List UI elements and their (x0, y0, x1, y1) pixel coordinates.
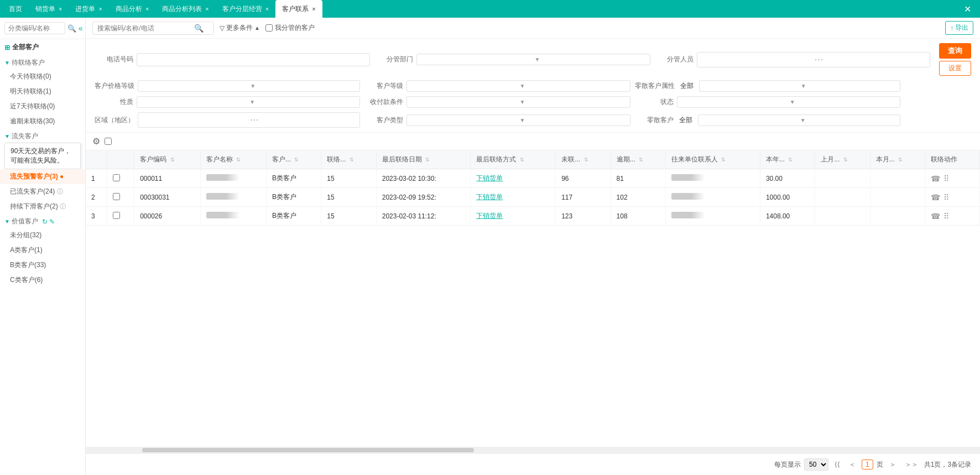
my-customer-checkbox[interactable] (265, 24, 273, 32)
tab-home[interactable]: 首页 (2, 0, 29, 18)
sidebar-item-c-class[interactable]: C类客户(6) (0, 273, 85, 288)
settings-button[interactable]: 设置 (939, 61, 971, 76)
tab-purchase[interactable]: 进货单 × (69, 0, 108, 18)
first-page-button[interactable]: ⟨⟨ (832, 460, 843, 469)
sidebar-item-loss-warning[interactable]: 流失预警客户(3) ● (0, 169, 85, 184)
sort-icon[interactable]: ⇅ (350, 157, 354, 163)
cell-checkbox[interactable] (107, 188, 134, 207)
sort-icon[interactable]: ⇅ (294, 157, 299, 163)
row-checkbox[interactable] (113, 174, 120, 181)
tab-product-analysis[interactable]: 商品分析 × (109, 0, 155, 18)
close-icon[interactable]: × (59, 6, 62, 12)
more-action-icon[interactable]: ⠿ (943, 174, 949, 183)
cell-index: 3 (86, 207, 107, 226)
sidebar-search-icon[interactable]: 🔍 (67, 24, 76, 33)
filter-select-price-grade[interactable]: ▼ (138, 80, 360, 92)
filter-select-dept[interactable]: ▼ (416, 54, 650, 65)
sidebar-item-tomorrow[interactable]: 明天待联络(1) (0, 84, 85, 99)
per-page-select[interactable]: 50 (804, 458, 828, 471)
window-close-button[interactable]: ✕ (955, 4, 980, 14)
my-customer-checkbox-area[interactable]: 我分管的客户 (265, 23, 315, 33)
cell-checkbox[interactable] (107, 207, 134, 226)
cell-index: 1 (86, 169, 107, 188)
sidebar-item-today[interactable]: 今天待联络(0) (0, 69, 85, 84)
sort-icon[interactable]: ⇅ (236, 157, 241, 163)
filter-input-phone[interactable] (137, 53, 370, 66)
cell-action: ☎ ⠿ (925, 207, 980, 226)
sort-icon[interactable]: ⇅ (425, 157, 430, 163)
close-icon[interactable]: × (98, 6, 102, 12)
search-icon[interactable]: 🔍 (194, 24, 204, 33)
gear-button[interactable]: ⚙ (92, 136, 100, 147)
cell-last-contact-method[interactable]: 下销货单 (471, 169, 556, 188)
sort-icon[interactable]: ⇅ (639, 157, 643, 163)
contact-action-icon[interactable]: ☎ (931, 193, 940, 202)
sidebar-collapse-button[interactable]: « (79, 24, 83, 33)
close-icon[interactable]: × (265, 6, 269, 12)
sort-icon[interactable]: ⇅ (721, 157, 726, 163)
sort-icon[interactable]: ⇅ (843, 157, 848, 163)
refresh-icon[interactable]: ↻ (42, 218, 48, 226)
sidebar-item-ungroup[interactable]: 未分组(32) (0, 228, 85, 243)
sidebar-section-lost[interactable]: ▼ 流失客户 (0, 129, 85, 143)
sidebar-section-pending[interactable]: ▼ 待联络客户 (0, 55, 85, 69)
sort-icon[interactable]: ⇅ (584, 157, 588, 163)
sidebar-item-lost[interactable]: 已流失客户(24) ⓘ (0, 184, 85, 199)
contact-action-icon[interactable]: ☎ (931, 212, 940, 221)
sidebar-search-input[interactable] (4, 22, 65, 34)
filter-select-grade[interactable]: ▼ (406, 80, 630, 92)
prev-page-button[interactable]: ＜ (846, 459, 858, 471)
scrollbar-thumb[interactable] (142, 448, 474, 452)
cell-last-contact-method[interactable]: 下销货单 (471, 207, 556, 226)
tab-sales[interactable]: 销货单 × (29, 0, 69, 18)
contact-method-link[interactable]: 下销货单 (476, 174, 503, 182)
sidebar-all-customers[interactable]: ⊞ 全部客户 (0, 39, 85, 55)
sidebar-item-b-class[interactable]: B类客户(33) (0, 258, 85, 273)
sidebar-item-7days[interactable]: 近7天待联络(0) (0, 99, 85, 114)
cell-checkbox[interactable] (107, 169, 134, 188)
sidebar-item-declining[interactable]: 持续下滑客户(2) ⓘ (0, 199, 85, 214)
tab-customer-layer[interactable]: 客户分层经营 × (216, 0, 275, 18)
filter-select-region[interactable]: ··· (138, 112, 360, 128)
filter-select-retail-customer[interactable]: ▼ (698, 114, 900, 126)
more-icon[interactable]: ··· (250, 115, 355, 125)
tab-product-analysis-list[interactable]: 商品分析列表 × (155, 0, 215, 18)
sort-icon[interactable]: ⇅ (788, 157, 793, 163)
cell-action: ☎ ⠿ (925, 169, 980, 188)
sidebar-item-a-class[interactable]: A类客户(1) (0, 243, 85, 258)
close-icon[interactable]: × (205, 6, 208, 12)
filter-select-retail-attr[interactable]: ▼ (699, 80, 900, 92)
search-input[interactable] (97, 24, 191, 32)
contact-method-link[interactable]: 下销货单 (476, 212, 503, 220)
filter-select-person[interactable]: ··· (697, 52, 930, 67)
tab-customer-contact[interactable]: 客户联系 × (275, 0, 322, 18)
filter-select-payment[interactable]: ▼ (406, 96, 630, 108)
close-icon[interactable]: × (145, 6, 149, 12)
more-action-icon[interactable]: ⠿ (943, 212, 949, 221)
filter-select-status[interactable]: ▼ (677, 96, 900, 108)
sidebar-section-value[interactable]: ▼ 价值客户 ↻ ✎ (0, 214, 85, 228)
sort-icon[interactable]: ⇅ (898, 157, 903, 163)
row-checkbox[interactable] (113, 212, 120, 219)
row-checkbox[interactable] (113, 193, 120, 200)
select-all-checkbox[interactable] (105, 138, 112, 145)
lost-customer-tooltip: 90天无交易的客户，可能有流失风险。 (4, 143, 81, 169)
filter-select-customer-type[interactable]: ▼ (406, 114, 630, 126)
sort-icon[interactable]: ⇅ (170, 157, 175, 163)
last-page-button[interactable]: ＞＞ (902, 459, 921, 471)
contact-action-icon[interactable]: ☎ (931, 174, 940, 183)
sidebar-item-overdue[interactable]: 逾期未联络(30) (0, 114, 85, 129)
more-action-icon[interactable]: ⠿ (943, 193, 949, 202)
export-button[interactable]: ↑ 导出 (945, 21, 973, 35)
next-page-button[interactable]: ＞ (887, 459, 899, 471)
filter-select-nature[interactable]: ▼ (137, 96, 360, 108)
more-filter-button[interactable]: ▽ 更多条件 ▲ (220, 23, 260, 33)
query-button[interactable]: 查询 (939, 43, 971, 59)
more-icon[interactable]: ··· (815, 55, 925, 65)
sort-icon[interactable]: ⇅ (520, 157, 524, 163)
close-icon[interactable]: × (312, 6, 315, 12)
contact-method-link[interactable]: 下销货单 (476, 193, 503, 201)
edit-icon[interactable]: ✎ (49, 218, 55, 226)
horizontal-scrollbar[interactable] (86, 447, 980, 453)
cell-last-contact-method[interactable]: 下销货单 (471, 188, 556, 207)
